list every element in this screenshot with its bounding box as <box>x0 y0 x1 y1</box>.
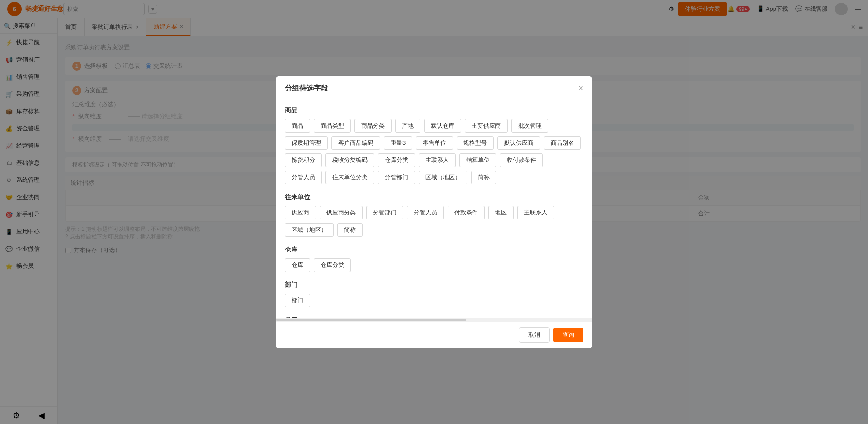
tag-goods-20[interactable]: 分管人员 <box>285 171 322 184</box>
tag-goods-5[interactable]: 主要供应商 <box>465 119 508 133</box>
section-partner: 往来单位 供应商 供应商分类 分管部门 分管人员 付款条件 地区 主联系人 区域… <box>285 193 583 237</box>
tag-partner-4[interactable]: 付款条件 <box>448 206 485 219</box>
modal-body[interactable]: 商品 商品 商品类型 商品分类 产地 默认仓库 主要供应商 批次管理 保质期管理… <box>276 99 592 318</box>
tag-warehouse-0[interactable]: 仓库 <box>285 258 310 272</box>
modal-footer: 取消 查询 <box>276 321 592 348</box>
tag-goods-19[interactable]: 收付款条件 <box>500 153 543 167</box>
section-department: 部门 部门 <box>285 281 583 307</box>
tag-partner-5[interactable]: 地区 <box>488 206 514 219</box>
tag-partner-0[interactable]: 供应商 <box>285 206 316 219</box>
confirm-button[interactable]: 查询 <box>553 328 583 342</box>
field-select-modal: 分组待选字段 × 商品 商品 商品类型 商品分类 产地 默认仓库 主要供应商 批… <box>276 76 592 348</box>
tag-goods-4[interactable]: 默认仓库 <box>424 119 461 133</box>
tag-goods-23[interactable]: 区域（地区） <box>419 171 467 184</box>
section-goods-title: 商品 <box>285 106 583 114</box>
tag-goods-22[interactable]: 分管部门 <box>378 171 415 184</box>
tag-goods-13[interactable]: 商品别名 <box>544 136 581 150</box>
tag-goods-9[interactable]: 重量3 <box>384 136 412 150</box>
tag-goods-8[interactable]: 客户商品编码 <box>331 136 380 150</box>
cancel-button[interactable]: 取消 <box>519 327 550 343</box>
tag-goods-17[interactable]: 主联系人 <box>419 153 456 167</box>
tag-goods-18[interactable]: 结算单位 <box>459 153 496 167</box>
section-goods-tags: 商品 商品类型 商品分类 产地 默认仓库 主要供应商 批次管理 保质期管理 客户… <box>285 119 583 184</box>
section-department-title: 部门 <box>285 281 583 289</box>
modal-horizontal-scroll[interactable] <box>276 318 592 321</box>
tag-warehouse-1[interactable]: 仓库分类 <box>314 258 351 272</box>
tag-partner-2[interactable]: 分管部门 <box>366 206 403 219</box>
tag-goods-16[interactable]: 仓库分类 <box>378 153 415 167</box>
modal-title: 分组待选字段 <box>285 84 328 93</box>
modal-close-btn[interactable]: × <box>578 84 583 92</box>
tag-goods-15[interactable]: 税收分类编码 <box>326 153 374 167</box>
tag-partner-6[interactable]: 主联系人 <box>517 206 554 219</box>
modal-overlay: 分组待选字段 × 商品 商品 商品类型 商品分类 产地 默认仓库 主要供应商 批… <box>0 0 868 424</box>
tag-partner-3[interactable]: 分管人员 <box>407 206 444 219</box>
section-goods: 商品 商品 商品类型 商品分类 产地 默认仓库 主要供应商 批次管理 保质期管理… <box>285 106 583 184</box>
section-warehouse: 仓库 仓库 仓库分类 <box>285 246 583 272</box>
horizontal-scroll-thumb <box>276 319 466 321</box>
tag-goods-0[interactable]: 商品 <box>285 119 310 133</box>
tag-goods-12[interactable]: 默认供应商 <box>497 136 540 150</box>
modal-header: 分组待选字段 × <box>276 76 592 99</box>
section-partner-tags: 供应商 供应商分类 分管部门 分管人员 付款条件 地区 主联系人 区域（地区） … <box>285 206 583 237</box>
tag-goods-1[interactable]: 商品类型 <box>314 119 351 133</box>
tag-goods-21[interactable]: 往来单位分类 <box>326 171 374 184</box>
section-department-tags: 部门 <box>285 294 583 307</box>
tag-goods-24[interactable]: 简称 <box>471 171 496 184</box>
tag-partner-7[interactable]: 区域（地区） <box>285 223 334 237</box>
tag-goods-11[interactable]: 规格型号 <box>457 136 494 150</box>
tag-goods-7[interactable]: 保质期管理 <box>285 136 328 150</box>
tag-goods-6[interactable]: 批次管理 <box>511 119 548 133</box>
section-warehouse-tags: 仓库 仓库分类 <box>285 258 583 272</box>
tag-goods-10[interactable]: 零售单位 <box>416 136 453 150</box>
tag-department-0[interactable]: 部门 <box>285 294 310 307</box>
section-warehouse-title: 仓库 <box>285 246 583 254</box>
tag-partner-1[interactable]: 供应商分类 <box>320 206 363 219</box>
section-partner-title: 往来单位 <box>285 193 583 201</box>
tag-goods-2[interactable]: 商品分类 <box>354 119 392 133</box>
tag-goods-3[interactable]: 产地 <box>395 119 420 133</box>
tag-partner-8[interactable]: 简称 <box>337 223 363 237</box>
tag-goods-14[interactable]: 拣货积分 <box>285 153 322 167</box>
